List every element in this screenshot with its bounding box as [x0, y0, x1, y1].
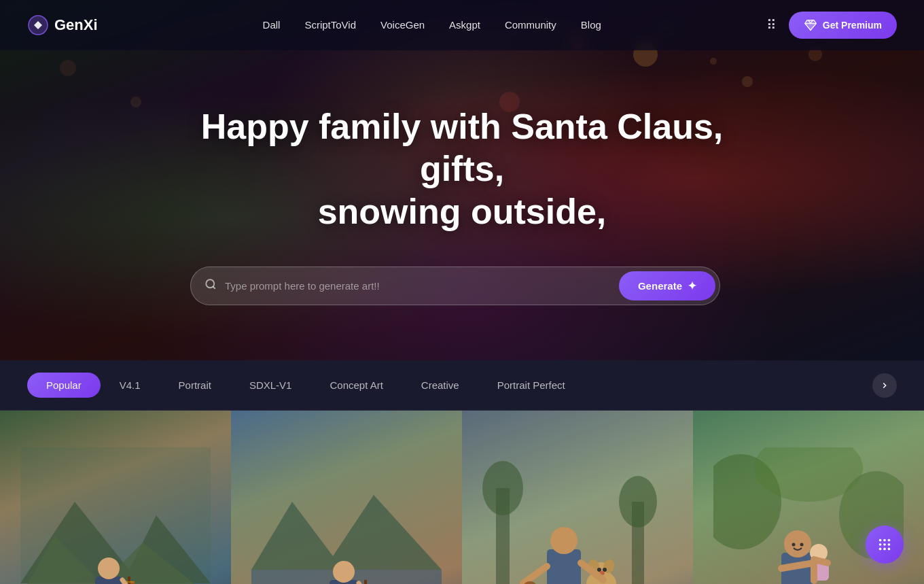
gallery-image-1 — [0, 411, 231, 584]
svg-point-87 — [879, 543, 882, 546]
logo-icon — [27, 14, 49, 36]
svg-point-10 — [206, 279, 214, 288]
tab-creative[interactable]: Creative — [402, 373, 478, 398]
grid-icon[interactable]: ⠿ — [766, 17, 778, 33]
generate-button[interactable]: Generate ✦ — [619, 271, 715, 300]
tab-popular[interactable]: Popular — [27, 373, 101, 398]
svg-line-57 — [523, 566, 547, 583]
svg-line-73 — [814, 560, 828, 563]
floating-action-button[interactable] — [866, 526, 904, 564]
search-bar: Generate ✦ — [190, 267, 720, 305]
svg-point-46 — [619, 476, 657, 528]
tab-v41[interactable]: V4.1 — [101, 373, 160, 398]
hero-content: Happy family with Santa Claus, gifts, sn… — [177, 105, 747, 305]
gallery — [0, 411, 924, 584]
svg-point-17 — [98, 557, 120, 579]
tab-concept-art[interactable]: Concept Art — [310, 373, 402, 398]
gallery-item-2[interactable] — [231, 411, 462, 584]
svg-point-6 — [60, 60, 76, 76]
svg-point-70 — [813, 548, 824, 557]
svg-point-84 — [879, 539, 882, 542]
tabs-section: Popular V4.1 Portrait SDXL-V1 Concept Ar… — [0, 360, 924, 411]
svg-point-75 — [800, 543, 804, 547]
search-icon — [205, 278, 217, 294]
svg-point-86 — [888, 539, 891, 542]
hero-section: Happy family with Santa Claus, gifts, sn… — [0, 0, 924, 360]
svg-point-90 — [879, 548, 882, 551]
nav-community[interactable]: Community — [505, 19, 556, 31]
svg-point-85 — [883, 539, 886, 542]
navbar: GenXi Dall ScriptToVid VoiceGen Askgpt C… — [0, 0, 924, 50]
svg-point-91 — [883, 548, 886, 551]
svg-point-49 — [550, 527, 578, 554]
get-premium-button[interactable]: Get Premium — [789, 12, 897, 39]
svg-rect-48 — [547, 549, 581, 584]
svg-point-7 — [130, 97, 141, 107]
svg-rect-20 — [128, 577, 130, 584]
svg-point-44 — [482, 461, 523, 515]
generate-label: Generate — [638, 280, 682, 292]
gallery-image-3 — [462, 411, 693, 584]
hero-title-line1: Happy family with Santa Claus, gifts, — [201, 107, 724, 188]
search-input[interactable] — [225, 280, 619, 292]
gallery-item-3[interactable] — [462, 411, 693, 584]
hero-title-line2: snowing outside, — [318, 192, 607, 231]
nav-dall[interactable]: Dall — [263, 19, 281, 31]
nav-voicegen[interactable]: VoiceGen — [380, 19, 425, 31]
svg-rect-37 — [364, 580, 367, 584]
tab-portrait[interactable]: Portrait — [160, 373, 230, 398]
svg-point-55 — [603, 568, 607, 572]
svg-point-74 — [792, 543, 796, 547]
fab-grid-icon — [877, 537, 892, 552]
svg-point-67 — [784, 530, 811, 557]
gallery-image-2 — [231, 411, 462, 584]
nav-blog[interactable]: Blog — [581, 19, 601, 31]
gallery-item-1[interactable] — [0, 411, 231, 584]
svg-point-88 — [883, 543, 886, 546]
logo[interactable]: GenXi — [27, 14, 98, 36]
premium-label: Get Premium — [823, 20, 882, 31]
nav-scripttovid[interactable]: ScriptToVid — [304, 19, 356, 31]
logo-text: GenXi — [54, 16, 98, 34]
svg-point-3 — [742, 76, 753, 87]
tab-next-arrow[interactable] — [872, 373, 897, 398]
hero-title: Happy family with Santa Claus, gifts, sn… — [190, 105, 734, 233]
nav-right: ⠿ Get Premium — [766, 12, 897, 39]
svg-point-54 — [597, 568, 601, 572]
tab-portrait-perfect[interactable]: Portrait Perfect — [478, 373, 584, 398]
svg-point-9 — [710, 58, 717, 65]
svg-line-11 — [213, 287, 215, 289]
svg-point-34 — [333, 561, 355, 583]
sparkle-icon: ✦ — [688, 279, 696, 292]
svg-point-92 — [888, 548, 891, 551]
diamond-icon — [804, 18, 817, 32]
tab-sdxl[interactable]: SDXL-V1 — [230, 373, 311, 398]
nav-links: Dall ScriptToVid VoiceGen Askgpt Communi… — [263, 19, 601, 31]
nav-askgpt[interactable]: Askgpt — [449, 19, 480, 31]
svg-marker-30 — [251, 495, 442, 570]
svg-point-89 — [888, 543, 891, 546]
